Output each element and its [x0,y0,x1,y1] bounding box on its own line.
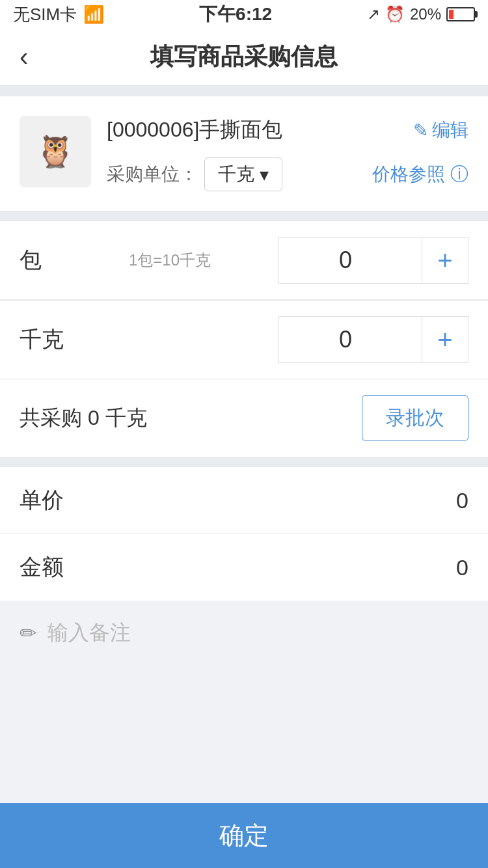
unit-arrow-icon: ▾ [260,164,269,185]
unit-value: 千克 [218,162,254,187]
product-info: [0000006]手撕面包 ✎ 编辑 采购单位： 千克 ▾ 价格参照 ⓘ [107,116,468,191]
wifi-icon: 📶 [83,5,104,25]
confirm-button[interactable]: 确定 [0,803,488,868]
product-image: 🦉 [20,116,91,187]
edit-button[interactable]: ✎ 编辑 [413,118,468,142]
kg-input-wrap: + [278,316,468,363]
edit-label: 编辑 [432,118,468,142]
amount-value: 0 [456,555,468,580]
kg-label: 千克 [20,325,124,355]
price-ref[interactable]: 价格参照 ⓘ [372,162,468,187]
amount-label: 金额 [20,552,64,582]
edit-icon: ✎ [413,120,428,141]
product-owl-icon: 🦉 [36,133,75,170]
bao-input-row: 包 1包=10千克 + [0,221,488,300]
carrier-label: 无SIM卡 [13,3,77,26]
unit-price-row: 单价 0 [0,467,488,534]
bao-sublabel: 1包=10千克 [129,250,211,271]
divider-summary-bottom [0,457,488,467]
summary-row: 共采购 0 千克 录批次 [0,379,488,457]
summary-text: 共采购 0 千克 [20,404,147,433]
product-unit-row: 采购单位： 千克 ▾ 价格参照 ⓘ [107,157,468,191]
kg-plus-button[interactable]: + [422,316,468,363]
unit-price-label: 单价 [20,485,64,515]
battery-pct: 20% [410,5,441,23]
alarm-icon: ⏰ [385,5,405,23]
unit-price-value: 0 [456,488,468,513]
bao-input[interactable] [278,237,422,284]
price-ref-icon: ⓘ [450,162,468,187]
batch-button[interactable]: 录批次 [362,395,468,441]
status-right: ↗ ⏰ 20% [367,5,475,23]
status-left: 无SIM卡 📶 [13,3,104,26]
input-section: 包 1包=10千克 + 千克 + [0,221,488,379]
product-card: 🦉 [0000006]手撕面包 ✎ 编辑 采购单位： 千克 ▾ [0,96,488,211]
unit-label: 采购单位： [107,162,198,187]
remark-placeholder: 输入备注 [47,619,131,647]
status-bar: 无SIM卡 📶 下午6:12 ↗ ⏰ 20% [0,0,488,29]
confirm-label: 确定 [219,819,269,852]
unit-select[interactable]: 千克 ▾ [204,157,282,191]
divider-product [0,211,488,221]
back-button[interactable]: ‹ [20,42,28,72]
kg-input-row: 千克 + [0,301,488,379]
price-ref-label: 价格参照 [372,162,445,187]
status-time: 下午6:12 [199,2,272,27]
battery-indicator [446,7,475,21]
unit-left: 采购单位： 千克 ▾ [107,157,282,191]
divider-top [0,86,488,96]
price-section: 单价 0 金额 0 [0,467,488,601]
page-title: 填写商品采购信息 [150,41,338,73]
product-name-row: [0000006]手撕面包 ✎ 编辑 [107,116,468,144]
bao-label: 包 [20,245,124,275]
nav-bar: ‹ 填写商品采购信息 [0,29,488,86]
remark-section[interactable]: ✏ 输入备注 [0,601,488,666]
bao-plus-button[interactable]: + [422,237,468,284]
remark-icon: ✏ [20,621,37,645]
kg-input[interactable] [278,316,422,363]
bottom-spacer [0,666,488,731]
product-name: [0000006]手撕面包 [107,116,282,144]
amount-row: 金额 0 [0,534,488,601]
location-icon: ↗ [367,5,380,23]
bao-input-wrap: + [278,237,468,284]
